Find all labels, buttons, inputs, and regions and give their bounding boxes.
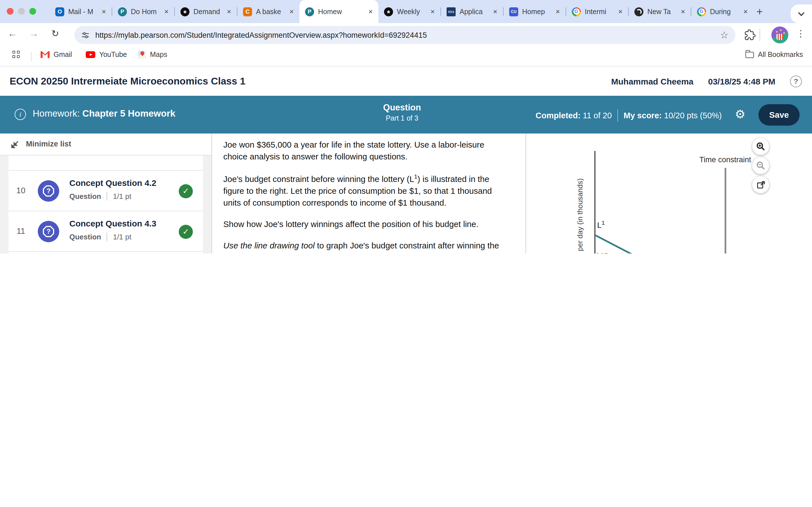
help-icon[interactable]: ? [790,75,802,87]
tab-search-button[interactable] [791,4,812,23]
tab-favicon-icon [181,7,190,16]
reload-button[interactable]: ↻ [49,28,62,39]
question-progress: Question Part 1 of 3 [346,103,458,122]
zoom-out-icon [756,161,766,171]
tab-title: During [710,8,742,15]
bookmark-gmail[interactable]: Gmail [41,51,72,59]
question-instruction: Use the line drawing tool to graph Joe's… [223,240,508,253]
tab-close-icon[interactable]: × [492,8,499,15]
info-icon[interactable]: i [15,109,26,120]
new-tab-button[interactable]: + [752,4,767,19]
datetime: 03/18/25 4:48 PM [708,76,776,86]
address-bar[interactable]: https://mylab.pearson.com/Student/Integr… [74,26,735,44]
tab-title: Intermi [585,8,617,15]
site-settings-tune-icon[interactable] [81,31,90,39]
tab-favicon-icon [509,7,518,16]
browser-tab[interactable]: Do Hom × [112,0,174,23]
graph-panel: Y, Goods per day (in thousands) Time con… [526,133,812,253]
browser-tab[interactable]: Homew × [299,0,378,23]
score-stats: Completed: 11 of 20 My score: 10/20 pts … [536,109,722,122]
question-title: Concept Question 4.2 [69,178,156,187]
all-bookmarks-button[interactable]: All Bookmarks [746,51,803,59]
fullscreen-window-button[interactable] [29,8,36,15]
collapse-icon [10,139,20,149]
chevron-down-icon [798,10,805,16]
question-content-panel: Joe won $365,000 a year for life in the … [213,133,525,253]
back-button[interactable]: ← [6,28,19,40]
bookmark-youtube[interactable]: YouTube [86,51,127,59]
open-in-new-window-button[interactable] [752,176,769,193]
tab-close-icon[interactable]: × [680,8,686,15]
browser-tab[interactable]: During × [691,0,753,23]
student-name: Muhammad Cheema [611,76,694,86]
forward-button[interactable]: → [27,28,41,40]
screen: Mail - M × Do Hom × Demand × A baske × H… [0,0,812,253]
tab-title: A baske [256,8,289,15]
question-list-item[interactable]: 10 ? Concept Question 4.2 Question 1/1 p… [8,171,203,211]
tab-close-icon[interactable]: × [555,8,561,15]
minimize-list-label: Minimize list [26,140,71,148]
question-list: 10 ? Concept Question 4.2 Question 1/1 p… [0,156,211,253]
meta-divider [107,192,107,201]
zoom-in-button[interactable] [752,138,769,155]
homework-title: Homework: Chapter 5 Homework [33,108,175,119]
course-title: ECON 20250 Intrermeiate Microeconomics C… [10,75,246,87]
browser-tab[interactable]: Demand × [175,0,237,23]
question-type-label: Question [69,233,101,241]
close-window-button[interactable] [7,8,13,15]
youtube-icon [86,51,95,58]
tabs-row: Mail - M × Do Hom × Demand × A baske × H… [50,0,753,23]
tab-favicon-icon [305,7,314,16]
tab-title: Applica [460,8,492,15]
browser-menu-icon[interactable]: ⋮ [796,28,805,39]
browser-tab[interactable]: Homep × [504,0,566,23]
tab-close-icon[interactable]: × [226,8,232,15]
question-title: Concept Question 4.3 [69,219,156,228]
question-points: 1/1 pt [113,192,132,201]
browser-tab[interactable]: New Ta × [629,0,691,23]
settings-gear-icon[interactable]: ⚙ [735,108,746,121]
apps-grid-icon[interactable] [12,51,19,58]
question-number: 10 [8,186,33,195]
tab-close-icon[interactable]: × [163,8,170,15]
tab-title: Homew [318,8,367,15]
zoom-out-button[interactable] [752,157,769,174]
partial-list-item [8,156,203,171]
bookmark-star-icon[interactable]: ☆ [720,29,729,41]
bookmark-maps[interactable]: Maps [138,51,167,59]
toolbar-divider [760,29,760,41]
browser-tab[interactable]: Applica × [441,0,503,23]
browser-tab[interactable]: Intermi × [566,0,628,23]
tab-close-icon[interactable]: × [742,8,749,15]
minimize-list-button[interactable]: Minimize list [0,133,211,156]
bookmark-label: Gmail [54,51,72,59]
tab-close-icon[interactable]: × [101,8,107,15]
question-list-item[interactable]: 12 ? Concept Question 4.7 Question 1/1 p… [8,252,203,253]
browser-tab[interactable]: A baske × [238,0,299,23]
value-365-label: 365 [596,252,608,253]
question-number: 11 [8,226,33,235]
meta-divider [107,233,107,241]
tab-close-icon[interactable]: × [367,8,374,15]
browser-tab[interactable]: Weekly × [378,0,441,23]
extensions-icon[interactable] [744,29,756,41]
question-points: 1/1 pt [113,233,132,241]
tab-close-icon[interactable]: × [429,8,436,15]
question-paragraph: Joe won $365,000 a year for life in the … [223,139,508,163]
save-button[interactable]: Save [758,104,800,126]
budget-line-L1[interactable] [595,234,725,253]
bookmark-label: YouTube [99,51,127,59]
minimize-window-button[interactable] [18,8,25,15]
browser-tab[interactable]: Mail - M × [50,0,112,23]
profile-avatar[interactable] [771,26,788,43]
all-bookmarks-label: All Bookmarks [758,51,803,59]
question-list-panel: Minimize list 10 ? Concept Question 4.2 … [0,133,212,253]
question-list-item[interactable]: 11 ? Concept Question 4.3 Question 1/1 p… [8,211,203,252]
zoom-in-icon [756,142,766,152]
tab-close-icon[interactable]: × [289,8,295,15]
tab-close-icon[interactable]: × [617,8,624,15]
time-constraint-line[interactable] [725,168,726,253]
tab-title: Do Hom [131,8,163,15]
tab-favicon-icon [447,7,456,16]
url-text: https://mylab.pearson.com/Student/Integr… [95,31,720,39]
